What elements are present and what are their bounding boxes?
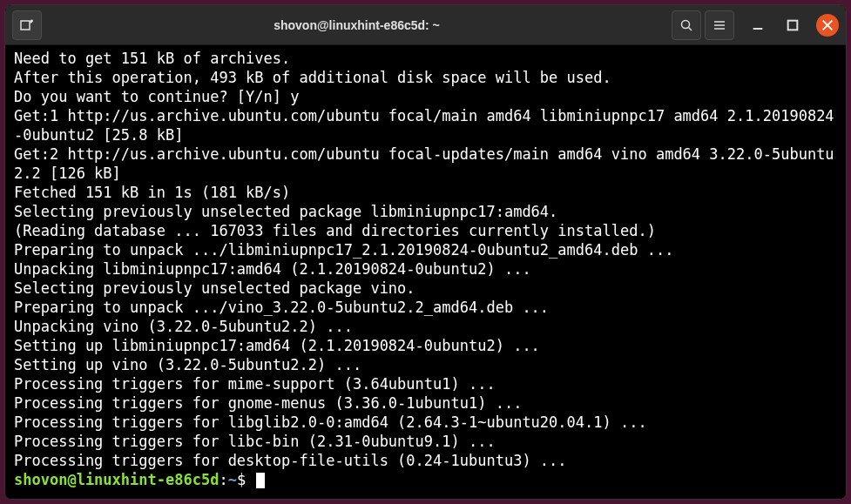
search-icon <box>679 18 693 32</box>
close-button[interactable] <box>816 14 839 37</box>
terminal-window: shovon@linuxhint-e86c5d: ~ <box>4 4 847 500</box>
svg-rect-0 <box>21 21 30 30</box>
terminal-output: Need to get 151 kB of archives. After th… <box>14 50 834 469</box>
prompt-dollar: $ <box>237 471 246 488</box>
titlebar: shovon@linuxhint-e86c5d: ~ <box>5 5 846 45</box>
prompt-colon: : <box>219 471 227 488</box>
menu-button[interactable] <box>705 10 734 40</box>
prompt-user-host: shovon@linuxhint-e86c5d <box>14 471 219 488</box>
minimize-button[interactable] <box>746 14 769 37</box>
close-icon <box>821 18 834 32</box>
hamburger-icon <box>713 18 726 32</box>
svg-rect-7 <box>788 20 798 30</box>
svg-point-1 <box>682 20 690 28</box>
prompt-path: ~ <box>228 471 237 488</box>
new-tab-button[interactable] <box>12 10 42 40</box>
maximize-icon <box>786 18 800 32</box>
new-tab-icon <box>20 18 34 32</box>
terminal-body[interactable]: Need to get 151 kB of archives. After th… <box>5 45 846 499</box>
maximize-button[interactable] <box>781 14 804 37</box>
cursor <box>256 473 265 488</box>
window-title: shovon@linuxhint-e86c5d: ~ <box>42 18 672 32</box>
titlebar-left <box>12 10 42 40</box>
titlebar-right <box>672 10 839 40</box>
svg-line-2 <box>689 27 692 30</box>
search-button[interactable] <box>672 10 701 40</box>
minimize-icon <box>751 18 765 32</box>
